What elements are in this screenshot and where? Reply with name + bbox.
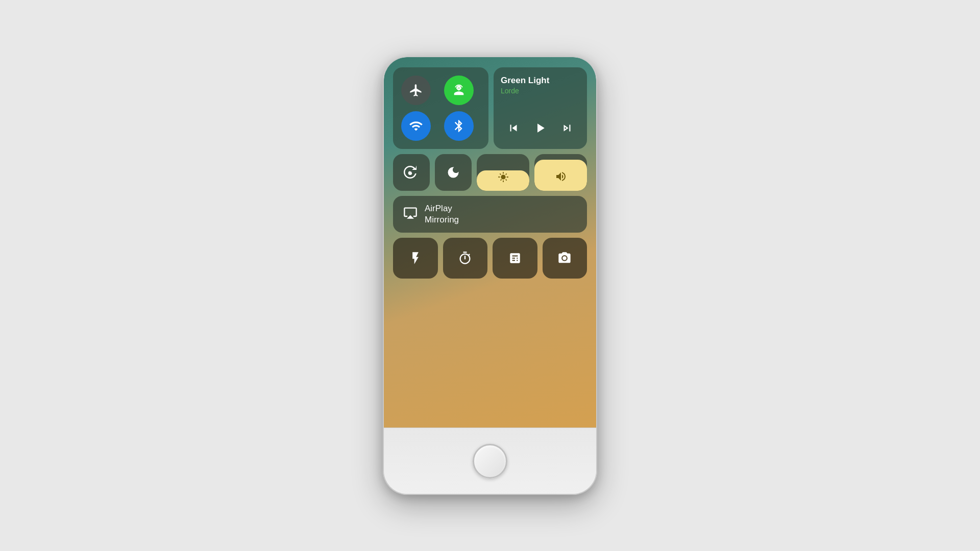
airplay-icon xyxy=(403,206,418,223)
top-row: Green Light Lorde xyxy=(393,67,587,149)
middle-row xyxy=(393,154,587,191)
do-not-disturb-button[interactable] xyxy=(435,154,472,191)
timer-button[interactable] xyxy=(443,238,488,279)
cellular-button[interactable] xyxy=(444,76,474,105)
wifi-button[interactable] xyxy=(401,111,431,141)
phone-bottom xyxy=(384,428,596,494)
airplay-row: AirPlay Mirroring xyxy=(393,196,587,233)
quick-actions xyxy=(393,238,587,279)
play-button[interactable] xyxy=(530,118,550,141)
control-center: Green Light Lorde xyxy=(384,57,596,428)
camera-button[interactable] xyxy=(543,238,587,279)
calculator-button[interactable] xyxy=(493,238,537,279)
now-playing-tile: Green Light Lorde xyxy=(494,67,587,149)
airplay-button[interactable]: AirPlay Mirroring xyxy=(393,196,587,233)
track-artist: Lorde xyxy=(501,87,580,95)
power-button[interactable] xyxy=(596,159,597,190)
phone-wrapper: Green Light Lorde xyxy=(347,0,633,551)
fast-forward-button[interactable] xyxy=(558,119,576,140)
svg-point-1 xyxy=(458,89,460,91)
rotation-lock-button[interactable] xyxy=(393,154,430,191)
brightness-slider[interactable] xyxy=(477,154,529,191)
home-button[interactable] xyxy=(473,444,507,479)
playback-controls xyxy=(501,118,580,141)
airplay-label: AirPlay Mirroring xyxy=(425,203,459,226)
volume-icon xyxy=(555,170,567,186)
sliders-area xyxy=(477,154,587,191)
svg-point-3 xyxy=(563,256,567,260)
connectivity-tile xyxy=(393,67,488,149)
bluetooth-button[interactable] xyxy=(444,111,474,141)
airplane-mode-button[interactable] xyxy=(401,76,431,105)
track-info: Green Light Lorde xyxy=(501,76,580,95)
flashlight-button[interactable] xyxy=(393,238,438,279)
brightness-icon xyxy=(498,171,509,186)
rewind-button[interactable] xyxy=(505,119,522,140)
phone-screen: Green Light Lorde xyxy=(384,57,596,428)
volume-slider[interactable] xyxy=(534,154,587,191)
phone-frame: Green Light Lorde xyxy=(383,56,597,495)
track-title: Green Light xyxy=(501,76,580,86)
